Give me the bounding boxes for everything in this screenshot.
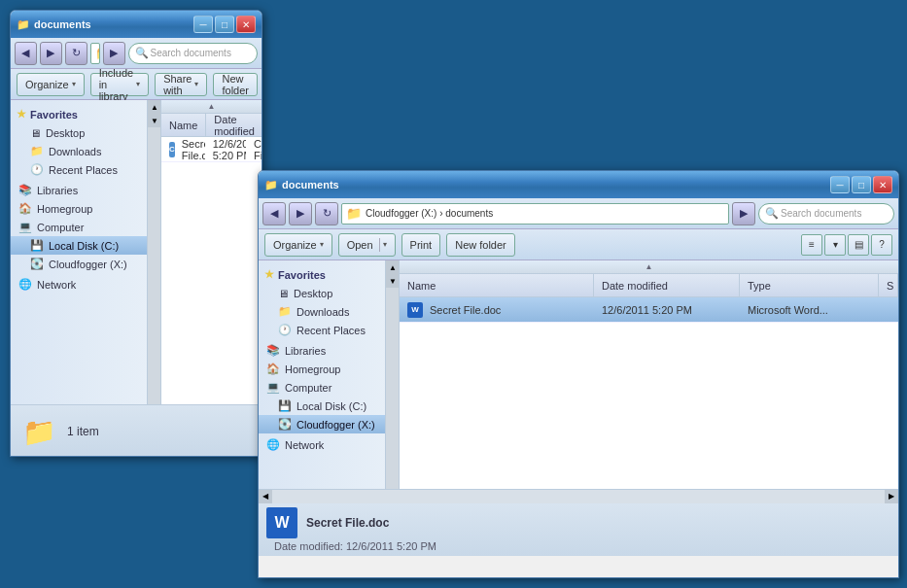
search-icon-1: 🔍 [135,47,149,59]
downloads-icon-2: 📁 [278,305,292,318]
sidebar-scrollbar-2[interactable]: ▲ ▼ [385,260,399,489]
recent-icon-1: 🕐 [30,163,44,176]
sidebar-item-recent-2[interactable]: 🕐 Recent Places [259,321,385,339]
maximize-button-2[interactable]: □ [852,176,871,193]
address-bar-1: ◀ ▶ ↻ 📁 Local Disk (C:) › documents ▶ 🔍 … [11,38,262,69]
organize-label-2: Organize [273,239,317,251]
sidebar-item-desktop-1[interactable]: 🖥 Desktop [11,124,147,142]
sidebar-item-local-disk-2[interactable]: 💾 Local Disk (C:) [259,397,385,415]
preview-pane-2[interactable]: ▤ [848,234,869,256]
network-label-1: Network [37,279,76,291]
refresh-button-1[interactable]: ↻ [65,42,87,65]
scroll-up-2[interactable]: ▲ [386,260,400,274]
col-name-2[interactable]: Name [400,274,594,296]
organize-button-1[interactable]: Organize ▾ [17,73,85,96]
organize-label-1: Organize [25,79,69,90]
sidebar-item-downloads-1[interactable]: 📁 Downloads [11,142,147,160]
sidebar-item-downloads-2[interactable]: 📁 Downloads [259,302,385,321]
local-disk-icon-1: 💾 [30,239,44,252]
file-list-1: ▲ Name Date modified Type C Secret File.… [161,100,262,404]
sidebar-item-libraries-2[interactable]: 📚 Libraries [259,341,385,360]
titlebar-1: 📁 documents ─ □ ✕ [11,11,262,38]
window1-title: documents [34,18,91,30]
minimize-button-2[interactable]: ─ [830,176,850,193]
sidebar-item-libraries-1[interactable]: 📚 Libraries [11,181,147,199]
go-button-2[interactable]: ▶ [732,202,755,225]
sidebar-item-computer-1[interactable]: 💻 Computer [11,218,147,236]
include-library-button[interactable]: Include in library ▾ [90,73,149,96]
organize-button-2[interactable]: Organize ▾ [264,233,332,257]
folder-icon-title: 📁 [17,18,30,31]
back-button-2[interactable]: ◀ [262,202,286,225]
sidebar-item-homegroup-1[interactable]: 🏠 Homegroup [11,199,147,218]
sidebar-item-cloudfogger-1[interactable]: 💽 Cloudfogger (X:) [11,255,147,273]
sidebar-item-cloudfogger-2[interactable]: 💽 Cloudfogger (X:) [259,415,385,433]
refresh-button-2[interactable]: ↻ [315,202,338,225]
maximize-button-1[interactable]: □ [215,16,234,33]
desktop-label-2: Desktop [294,288,332,299]
scroll-top-indicator-2: ▲ [400,260,898,274]
include-library-arrow: ▾ [136,80,140,88]
sidebar-item-local-disk-1[interactable]: 💾 Local Disk (C:) [11,236,147,255]
col-date-2[interactable]: Date modified [594,274,740,296]
search-icon-2: 🔍 [765,207,779,220]
sidebar-item-network-2[interactable]: 🌐 Network [259,435,385,454]
scroll-top-indicator-1: ▲ [161,100,262,114]
view-arrow-2[interactable]: ▾ [824,234,846,256]
cloudfogger-label-2: Cloudfogger (X:) [297,419,375,431]
minimize-button-1[interactable]: ─ [193,16,213,33]
refresh-icon-1: ↻ [72,47,81,59]
share-with-arrow: ▾ [194,80,198,88]
search-box-2[interactable]: 🔍 Search documents [758,203,894,225]
sidebar-item-computer-2[interactable]: 💻 Computer [259,378,385,397]
col-size-2[interactable]: S [879,274,898,296]
computer-section-1: 💻 Computer 💾 Local Disk (C:) 💽 Cloudfogg… [11,218,147,273]
file-row-1-0[interactable]: C Secret File.doc.cfog 12/6/2011 5:20 PM… [161,137,262,162]
forward-icon-2: ▶ [297,207,304,220]
library-icon-1: 📚 [18,184,32,196]
open-button[interactable]: Open ▾ [338,233,396,257]
view-toggle-2[interactable]: ≡ [801,234,822,256]
col-type-2[interactable]: Type [740,274,879,296]
folder-icon-title-2: 📁 [264,179,278,191]
forward-button-1[interactable]: ▶ [40,42,62,65]
recent-icon-2: 🕐 [278,324,292,336]
h-scroll-left-2[interactable]: ◀ [259,490,272,503]
include-library-label: Include in library [99,67,133,102]
file-row-2-0[interactable]: W Secret File.doc 12/6/2011 5:20 PM Micr… [400,297,898,323]
address-path-1[interactable]: 📁 Local Disk (C:) › documents [90,43,100,64]
col-name-1[interactable]: Name [161,114,206,136]
close-button-2[interactable]: ✕ [873,176,892,193]
star-icon: ★ [17,108,26,121]
sidebar-item-homegroup-2[interactable]: 🏠 Homegroup [259,360,385,378]
go-icon-1: ▶ [110,47,118,59]
close-button-1[interactable]: ✕ [236,16,256,33]
back-icon-1: ◀ [21,47,29,59]
address-path-2[interactable]: 📁 Cloudfogger (X:) › documents [341,203,729,225]
new-folder-button-1[interactable]: New folder [213,73,258,96]
scroll-down-1[interactable]: ▼ [148,114,161,127]
h-scroll-track-2[interactable] [272,490,885,503]
print-button[interactable]: Print [401,233,441,257]
file-name-cell-1-0: C Secret File.doc.cfog [161,138,205,161]
sidebar-item-recent-1[interactable]: 🕐 Recent Places [11,160,147,179]
h-scroll-right-2[interactable]: ▶ [885,490,898,503]
scroll-down-2[interactable]: ▼ [386,274,400,288]
file-name-2-0: Secret File.doc [430,304,501,316]
new-folder-button-2[interactable]: New folder [446,233,515,257]
scroll-up-1[interactable]: ▲ [148,100,161,114]
search-box-1[interactable]: 🔍 Search documents [128,43,259,64]
forward-button-2[interactable]: ▶ [289,202,312,225]
col-date-1[interactable]: Date modified [206,114,262,136]
network-icon-2: 🌐 [266,438,280,451]
favorites-section: ★ Favorites 🖥 Desktop 📁 Downloads 🕐 Rece… [11,104,147,179]
homegroup-label-2: Homegroup [285,363,340,375]
back-button-1[interactable]: ◀ [15,42,37,65]
maximize-icon-1: □ [222,19,227,30]
sidebar-item-desktop-2[interactable]: 🖥 Desktop [259,285,385,302]
help-button-2[interactable]: ? [871,234,892,256]
sidebar-item-network-1[interactable]: 🌐 Network [11,275,147,294]
sidebar-scrollbar-1[interactable]: ▲ ▼ [147,100,160,404]
go-button-1[interactable]: ▶ [103,42,125,65]
share-with-button[interactable]: Share with ▾ [155,73,207,96]
